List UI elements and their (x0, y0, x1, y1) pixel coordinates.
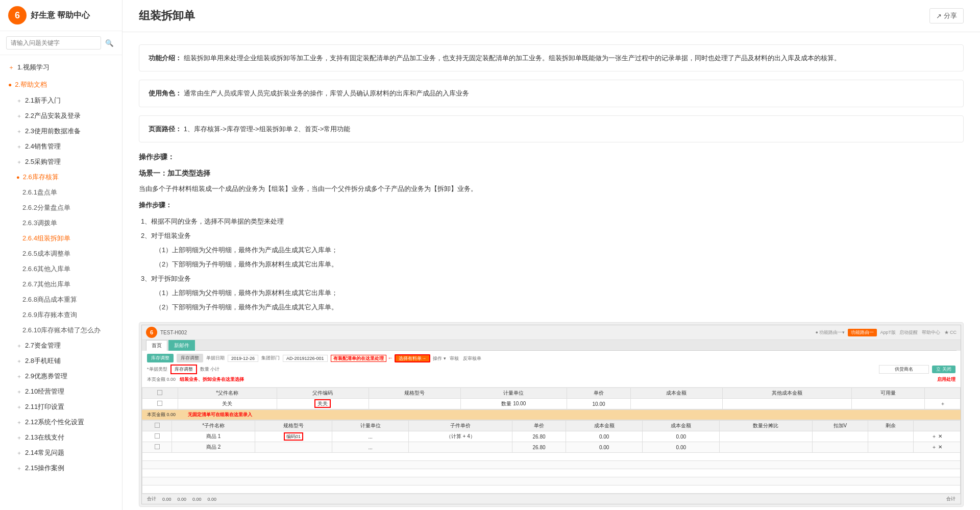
sidebar-leaf-assembly[interactable]: 2.6.4组装拆卸单 (4, 231, 122, 246)
sidebar-leaf-transfer[interactable]: 2.6.3调拨单 (4, 215, 122, 231)
sidebar-item-sales[interactable]: ＋ 2.4销售管理 (4, 139, 122, 154)
cell2-cost1-2: 0.00 (566, 442, 643, 453)
cell2-unit: ... (332, 431, 409, 442)
sidebar-item-mobile[interactable]: ＋ 2.8手机旺铺 (4, 353, 122, 369)
cell2-code: 编码01 (255, 431, 332, 442)
cell2-action[interactable]: ＋ ✕ (914, 431, 961, 442)
annotation3-text: 启用处理 (937, 377, 955, 382)
cell2-uprice: 26.80 (512, 431, 566, 442)
ui-btn-save[interactable]: 库存调整 (147, 354, 174, 362)
path-block: 页面路径： 1、库存核算->库存管理->组装拆卸单 2、首页->常用功能 (139, 115, 964, 142)
ui-form-row2: *单据类型 库存调整 数量 小计 供货商名 立 关闭 (147, 365, 955, 374)
sidebar-leaf-cost-adjust[interactable]: 2.6.5成本调整单 (4, 246, 122, 261)
ui-docno-label: 集团部门 (261, 355, 280, 361)
sidebar-item-onlinepay[interactable]: ＋ 2.13在线支付 (4, 430, 122, 445)
intro-text: 组装拆卸单用来处理企业组装或拆卸等加工业务，支持有固定装配清单的产品加工业务，也… (184, 54, 841, 62)
ui-search-field[interactable]: 供货商名 (879, 365, 929, 374)
plus-icon-finance: ＋ (16, 342, 22, 350)
sidebar-item-cases[interactable]: ＋ 2.15操作案例 (4, 460, 122, 476)
col2-child-code: 规格型号 (255, 421, 332, 431)
sidebar-label-sales: 2.4销售管理 (25, 142, 61, 151)
app-logo: 6 (8, 6, 27, 25)
ui-btn-assembly[interactable]: 选择有料单→ (395, 354, 430, 362)
ui-table2: *子件名称 规格型号 计量单位 子件单价 单价 成本金额 成本金额 数量分摊比 … (142, 420, 961, 494)
plus-icon-ops: ＋ (16, 388, 22, 396)
share-label: 分享 (944, 11, 957, 20)
ui-table2-wrapper: *子件名称 规格型号 计量单位 子件单价 单价 成本金额 成本金额 数量分摊比 … (142, 420, 961, 494)
cell2-cost2: 0.00 (643, 431, 720, 442)
ui-tab-active[interactable]: 新邮件 (168, 340, 195, 351)
col-action (925, 388, 961, 399)
cell-row-action[interactable]: ＋ (925, 399, 961, 409)
col2-child-remain: 剩余 (868, 421, 914, 431)
col2-checkbox (142, 421, 172, 431)
sidebar-item-purchase[interactable]: ＋ 2.5采购管理 (4, 154, 122, 169)
search-input[interactable] (6, 36, 101, 50)
sidebar-item-finance[interactable]: ＋ 2.7资金管理 (4, 338, 122, 353)
footer-val2: 0.00 (178, 497, 187, 502)
ui-tab-home[interactable]: 首页 (146, 340, 167, 351)
table-row (142, 477, 961, 485)
sidebar-leaf-partial[interactable]: 2.6.2分量盘点单 (4, 200, 122, 215)
sidebar-leaf-other-out[interactable]: 2.6.7其他出库单 (4, 277, 122, 292)
table-row (142, 461, 961, 469)
cell-qty: 数量 10.00 (460, 399, 567, 409)
scene1-desc: 当由多个子件材料组装成一个成品的业务为【组装】业务，当由一个父件拆分成多个子产品… (139, 182, 964, 196)
sidebar-leaf-ledger-error[interactable]: 2.6.10库存账本错了怎么办 (4, 323, 122, 338)
arrow-icon-1: ← (387, 355, 393, 361)
cell2-action2[interactable]: ＋ ✕ (914, 442, 961, 453)
ui-divider-label: 本页金额 0.00 (147, 411, 176, 418)
sidebar-item-newcomer[interactable]: ＋ 2.1新手入门 (4, 93, 122, 108)
sidebar-item-dataprep[interactable]: ＋ 2.3使用前数据准备 (4, 124, 122, 139)
sidebar-label-docs: 2.帮助文档 (15, 80, 47, 89)
footer-misc: 合计 (946, 496, 955, 502)
cell-checkbox (142, 399, 178, 409)
sidebar-label-coupon: 2.9优惠券管理 (25, 372, 67, 381)
plus-icon-mobile: ＋ (16, 357, 22, 365)
cell2-code2 (255, 442, 332, 453)
ui-label-num: 数量 小计 (200, 366, 220, 373)
sidebar-item-custom[interactable]: ＋ 2.12系统个性化设置 (4, 415, 122, 430)
search-button[interactable]: 🔍 (103, 38, 116, 48)
plus-icon-newcomer: ＋ (16, 97, 22, 105)
sidebar-item-ops[interactable]: ＋ 2.10经营管理 (4, 384, 122, 399)
ui-company: TEST-H002 (160, 330, 187, 335)
sidebar-leaf-other-in[interactable]: 2.6.6其他入库单 (4, 261, 122, 277)
sidebar-item-video[interactable]: ＋ 1.视频学习 (0, 59, 122, 76)
sidebar-leaf-cost-recalc[interactable]: 2.6.8商品成本重算 (4, 292, 122, 307)
cell-available (852, 399, 925, 409)
footer-label: 合计 (147, 496, 156, 502)
sidebar-header: 6 好生意 帮助中心 (0, 0, 122, 31)
cell2-sub2 (409, 442, 512, 453)
ui-topbar-right: AppT版 启动提醒 帮助中心 ★ CC (880, 329, 957, 336)
ui-logo: 6 (146, 327, 157, 338)
sidebar-label-onlinepay: 2.13在线支付 (25, 433, 64, 442)
sidebar-leaf-stocktake[interactable]: 2.6.1盘点单 (4, 185, 122, 200)
footer-val4: 0.00 (208, 497, 217, 502)
sidebar-leaf-ledger[interactable]: 2.6.9库存账本查询 (4, 307, 122, 323)
sidebar-label-mobile: 2.8手机旺铺 (25, 356, 61, 366)
sidebar-item-inventory[interactable]: ● 2.6库存核算 (4, 169, 122, 185)
ui-label-total: 本页金额 0.00 (147, 376, 176, 383)
table-row (142, 469, 961, 477)
sidebar-item-print[interactable]: ＋ 2.11打印设置 (4, 399, 122, 415)
plus-icon-onlinepay: ＋ (16, 434, 22, 442)
cell2-remain (868, 431, 914, 442)
sidebar-item-install[interactable]: ＋ 2.2产品安装及登录 (4, 108, 122, 124)
role-label: 使用角色： (149, 89, 182, 97)
share-button[interactable]: ↗ 分享 (929, 8, 964, 23)
ui-btn-new: 功能路由一 (848, 329, 877, 336)
sidebar-item-faq[interactable]: ＋ 2.14常见问题 (4, 445, 122, 460)
sidebar-label-finance: 2.7资金管理 (25, 341, 61, 350)
col2-child-price: 子件单价 (409, 421, 512, 431)
ui-btn-cancel[interactable]: 库存调整 (177, 354, 203, 362)
cell2-ratio2 (720, 442, 812, 453)
sidebar-item-coupon[interactable]: ＋ 2.9优惠券管理 (4, 369, 122, 384)
minus-icon-inventory: ● (16, 174, 20, 180)
screenshot-container: 6 TEST-H002 ● 功能路由一▾ 功能路由一 AppT版 启动提醒 帮助… (139, 322, 964, 507)
sidebar-item-docs[interactable]: ● 2.帮助文档 (0, 77, 122, 93)
cell2-sub: （计算 + 4） (409, 431, 512, 442)
ui-topbar-icons: ● 功能路由一▾ (816, 329, 845, 336)
annotation2-text: 组装业务、拆卸业务在这里选择 (180, 377, 244, 382)
ui-search-btn[interactable]: 立 关闭 (932, 366, 955, 373)
